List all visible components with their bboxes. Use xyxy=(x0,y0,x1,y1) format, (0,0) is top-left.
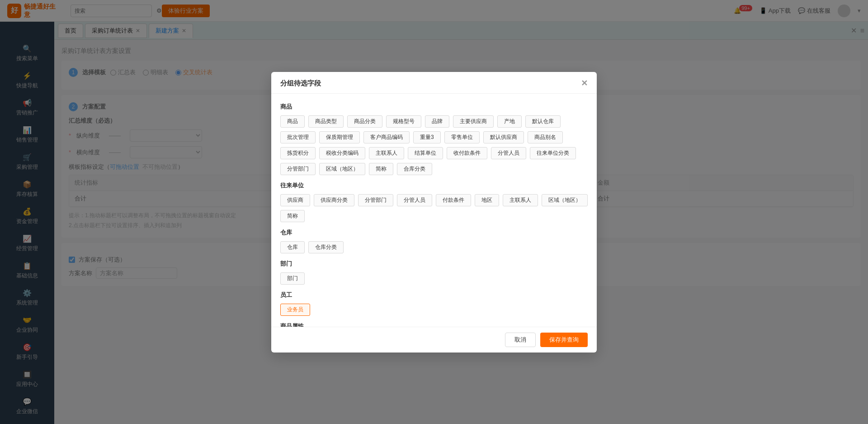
field-tag-warehouse-cat[interactable]: 仓库分类 xyxy=(308,241,344,253)
employee-field-tags: 业务员 xyxy=(280,304,588,316)
section-title-warehouse: 仓库 xyxy=(280,229,588,237)
field-tag-dept[interactable]: 分管部门 xyxy=(280,163,316,175)
warehouse-field-tags: 仓库 仓库分类 xyxy=(280,241,588,253)
modal-footer: 取消 保存并查询 xyxy=(271,327,597,353)
field-tag-counterparty-category[interactable]: 往来单位分类 xyxy=(530,147,576,159)
field-tag-warehouse-category[interactable]: 合库分类 xyxy=(397,163,432,175)
save-button[interactable]: 保存并查询 xyxy=(540,333,588,347)
field-tag-main-contact[interactable]: 主联系人 xyxy=(369,147,404,159)
field-tag-department[interactable]: 部门 xyxy=(280,272,305,285)
field-tag-default-warehouse[interactable]: 默认仓库 xyxy=(525,115,561,128)
field-tag-batch-mgmt[interactable]: 批次管理 xyxy=(280,131,316,143)
field-tag-supplier[interactable]: 供应商 xyxy=(280,194,310,206)
field-tag-manager2[interactable]: 分管人员 xyxy=(397,194,432,206)
field-tag-origin[interactable]: 产地 xyxy=(497,115,522,128)
field-tag-manager[interactable]: 分管人员 xyxy=(491,147,526,159)
field-tag-settlement-unit[interactable]: 结算单位 xyxy=(408,147,443,159)
field-tag-region2[interactable]: 区域（地区） xyxy=(542,194,588,206)
section-title-employee: 员工 xyxy=(280,291,588,299)
field-tag-customer-code[interactable]: 客户商品编码 xyxy=(363,131,410,143)
modal: 分组待选字段 ✕ 商品 商品 商品类型 商品分类 规格型号 品牌 主要供应商 产… xyxy=(271,72,597,353)
modal-header: 分组待选字段 ✕ xyxy=(271,72,597,94)
modal-close-icon[interactable]: ✕ xyxy=(581,79,588,87)
field-tag-default-supplier[interactable]: 默认供应商 xyxy=(483,131,524,143)
field-tag-dept2[interactable]: 分管部门 xyxy=(358,194,393,206)
section-title-goods-attr: 商品属性 xyxy=(280,322,588,327)
field-tag-pick-points[interactable]: 拣货积分 xyxy=(280,147,316,159)
field-tag-area[interactable]: 地区 xyxy=(475,194,499,206)
field-tag-tax-code[interactable]: 税收分类编码 xyxy=(319,147,365,159)
field-tag-brand[interactable]: 品牌 xyxy=(425,115,449,128)
goods-field-tags: 商品 商品类型 商品分类 规格型号 品牌 主要供应商 产地 默认仓库 批次管理 … xyxy=(280,115,588,175)
modal-title: 分组待选字段 xyxy=(280,79,321,88)
field-tag-weight3[interactable]: 重量3 xyxy=(413,131,441,143)
field-tag-payment-terms[interactable]: 收付款条件 xyxy=(447,147,487,159)
field-tag-spec-model[interactable]: 规格型号 xyxy=(386,115,421,128)
section-title-dept: 部门 xyxy=(280,260,588,268)
field-tag-payment-cond[interactable]: 付款条件 xyxy=(436,194,471,206)
field-tag-expiry-mgmt[interactable]: 保质期管理 xyxy=(319,131,360,143)
field-tag-main-contact2[interactable]: 主联系人 xyxy=(503,194,538,206)
field-tag-goods-type[interactable]: 商品类型 xyxy=(308,115,344,128)
field-tag-salesperson[interactable]: 业务员 xyxy=(280,304,310,316)
field-tag-goods-category[interactable]: 商品分类 xyxy=(347,115,382,128)
field-tag-region[interactable]: 区域（地区） xyxy=(319,163,365,175)
section-title-counterparty: 往来单位 xyxy=(280,181,588,190)
field-tag-supplier-category[interactable]: 供应商分类 xyxy=(314,194,354,206)
field-tag-warehouse[interactable]: 仓库 xyxy=(280,241,305,253)
dept-field-tags: 部门 xyxy=(280,272,588,285)
section-title-goods: 商品 xyxy=(280,103,588,111)
field-tag-goods-alias[interactable]: 商品别名 xyxy=(528,131,563,143)
field-tag-abbr2[interactable]: 简称 xyxy=(280,210,305,222)
modal-overlay: 分组待选字段 ✕ 商品 商品 商品类型 商品分类 规格型号 品牌 主要供应商 产… xyxy=(0,0,868,424)
field-tag-retail-unit[interactable]: 零售单位 xyxy=(444,131,480,143)
cancel-button[interactable]: 取消 xyxy=(505,333,536,347)
field-tag-main-supplier[interactable]: 主要供应商 xyxy=(453,115,494,128)
counterparty-field-tags: 供应商 供应商分类 分管部门 分管人员 付款条件 地区 主联系人 区域（地区） … xyxy=(280,194,588,222)
modal-body: 商品 商品 商品类型 商品分类 规格型号 品牌 主要供应商 产地 默认仓库 批次… xyxy=(271,94,597,327)
field-tag-abbr[interactable]: 简称 xyxy=(369,163,393,175)
field-tag-goods[interactable]: 商品 xyxy=(280,115,305,128)
